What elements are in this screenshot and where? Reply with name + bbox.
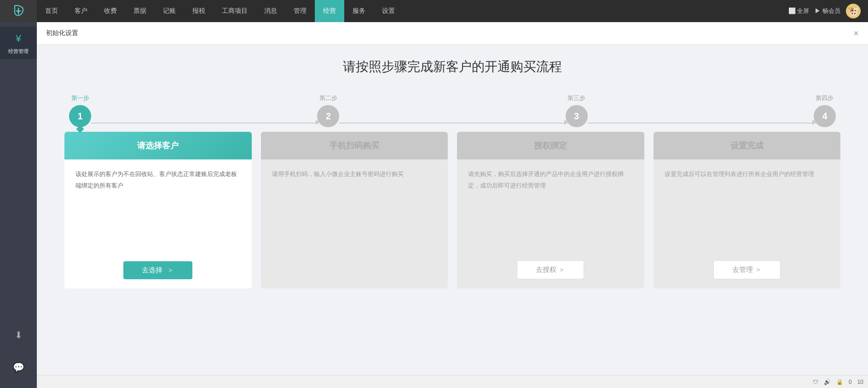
arrow-2-3: ▶ bbox=[564, 118, 569, 125]
card-3-body: 请先购买，购买后选择开通的产品中的企业用户进行授权绑定，成功后即可进行经营管理 … bbox=[457, 159, 644, 288]
sidebar-support[interactable]: 💬 bbox=[0, 351, 37, 383]
status-right: 🛡 🔊 🔒 0 10 bbox=[813, 379, 863, 385]
card-step-2: 手机扫码购买 请用手机扫码，输入小微企业主账号密码进行购买 bbox=[261, 132, 448, 288]
step-3-label: 第三步 bbox=[567, 94, 585, 102]
lock-icon: 🔒 bbox=[836, 379, 843, 385]
goto-select-button[interactable]: 去选择 ＞ bbox=[123, 261, 192, 279]
nav-customer[interactable]: 客户 bbox=[66, 0, 96, 22]
status-bar: ▶ 完成 🛡 🔊 🔒 0 10 bbox=[0, 375, 868, 388]
step-2-label: 第二步 bbox=[319, 94, 337, 102]
card-step-1: 请选择客户 该处展示的客户为不在回收站、客户状态正常建账后完成老板端绑定的所有客… bbox=[64, 132, 252, 288]
card-3-header: 授权绑定 bbox=[457, 132, 644, 159]
card-3-title: 授权绑定 bbox=[468, 140, 633, 151]
card-step-4: 设置完成 设置完成后可以在管理列表进行所有企业用户的经营管理 去管理 ＞ bbox=[654, 132, 841, 288]
card-2-text: 请用手机扫码，输入小微企业主账号密码进行购买 bbox=[272, 169, 437, 279]
avatar[interactable]: 🐮 bbox=[846, 4, 861, 18]
step-1-label: 第一步 bbox=[71, 94, 89, 102]
card-4-footer: 去管理 ＞ bbox=[665, 260, 830, 279]
close-button[interactable]: × bbox=[853, 29, 859, 38]
connector-2-3: ▶ bbox=[339, 123, 565, 123]
cards-row: 请选择客户 该处展示的客户为不在回收站、客户状态正常建账后完成老板端绑定的所有客… bbox=[55, 132, 850, 288]
nav-message[interactable]: 消息 bbox=[256, 0, 285, 22]
arrow-1-2: ▶ bbox=[316, 118, 321, 125]
counter-0: 0 bbox=[849, 379, 852, 385]
nav-home[interactable]: 首页 bbox=[37, 0, 66, 22]
step-1-circle: 1 bbox=[69, 105, 91, 127]
nav-right: ⬜ 全屏 ▶ 畅会员 🐮 bbox=[788, 4, 868, 18]
step-1-header: 第一步 1 bbox=[69, 94, 91, 132]
shield-icon: 🛡 bbox=[813, 379, 818, 385]
card-1-text: 该处展示的客户为不在回收站、客户状态正常建账后完成老板端绑定的所有客户 bbox=[75, 169, 241, 252]
connector-3-4: ▶ bbox=[588, 123, 814, 123]
fullscreen-btn[interactable]: ⬜ 全屏 bbox=[788, 7, 810, 15]
nav-business[interactable]: 工商项目 bbox=[214, 0, 256, 22]
nav-manage[interactable]: 管理 bbox=[285, 0, 315, 22]
card-2-header: 手机扫码购买 bbox=[261, 132, 448, 159]
goto-manage-button[interactable]: 去管理 ＞ bbox=[713, 260, 781, 279]
volume-icon: 🔊 bbox=[824, 379, 831, 385]
nav-items: 首页 客户 收费 票据 记账 报税 工商项目 消息 管理 经营 服务 设置 bbox=[37, 0, 403, 22]
vip-btn[interactable]: ▶ 畅会员 bbox=[815, 7, 840, 15]
sidebar-item-operation[interactable]: ¥ 经营管理 bbox=[0, 27, 37, 59]
top-navigation: 首页 客户 收费 票据 记账 报税 工商项目 消息 管理 经营 服务 设置 ⬜ … bbox=[0, 0, 868, 22]
nav-operation[interactable]: 经营 bbox=[315, 0, 344, 22]
card-4-body: 设置完成后可以在管理列表进行所有企业用户的经营管理 去管理 ＞ bbox=[654, 159, 841, 288]
card-4-text: 设置完成后可以在管理列表进行所有企业用户的经营管理 bbox=[665, 169, 830, 251]
card-1-body: 该处展示的客户为不在回收站、客户状态正常建账后完成老板端绑定的所有客户 去选择 … bbox=[64, 159, 252, 288]
logo bbox=[0, 0, 37, 22]
support-icon: 💬 bbox=[11, 360, 26, 375]
nav-tax[interactable]: 报税 bbox=[184, 0, 214, 22]
page-header: 初始化设置 × bbox=[37, 22, 868, 44]
nav-account[interactable]: 记账 bbox=[155, 0, 184, 22]
main-heading: 请按照步骤完成新客户的开通购买流程 bbox=[55, 58, 850, 76]
sidebar-download[interactable]: ⬇ bbox=[0, 319, 37, 351]
card-1-title: 请选择客户 bbox=[75, 140, 241, 151]
card-4-title: 设置完成 bbox=[665, 140, 830, 151]
arrow-3-4: ▶ bbox=[812, 118, 817, 125]
card-1-header: 请选择客户 bbox=[64, 132, 252, 159]
card-3-text: 请先购买，购买后选择开通的产品中的企业用户进行授权绑定，成功后即可进行经营管理 bbox=[468, 169, 633, 251]
card-3-footer: 去授权 ＞ bbox=[468, 260, 633, 279]
nav-settings[interactable]: 设置 bbox=[374, 0, 403, 22]
nav-bill[interactable]: 票据 bbox=[125, 0, 155, 22]
main-content: 初始化设置 × 请按照步骤完成新客户的开通购买流程 第一步 1 ▶ 第二 bbox=[37, 22, 868, 375]
card-2-title: 手机扫码购买 bbox=[272, 140, 437, 151]
nav-fee[interactable]: 收费 bbox=[96, 0, 125, 22]
nav-service[interactable]: 服务 bbox=[344, 0, 374, 22]
steps-flow: 第一步 1 ▶ 第二步 2 ▶ bbox=[55, 94, 850, 132]
card-1-footer: 去选择 ＞ bbox=[75, 261, 241, 279]
page-title: 初始化设置 bbox=[46, 29, 78, 37]
goto-auth-button[interactable]: 去授权 ＞ bbox=[517, 260, 584, 279]
card-2-body: 请用手机扫码，输入小微企业主账号密码进行购买 bbox=[261, 159, 448, 288]
sidebar: ¥ 经营管理 ⬇ 💬 bbox=[0, 22, 37, 388]
step-4-label: 第四步 bbox=[816, 94, 833, 102]
sidebar-label-operation: 经营管理 bbox=[8, 48, 29, 55]
card-4-header: 设置完成 bbox=[654, 132, 841, 159]
logo-icon bbox=[11, 4, 26, 18]
download-icon: ⬇ bbox=[11, 328, 26, 342]
card-step-3: 授权绑定 请先购买，购买后选择开通的产品中的企业用户进行授权绑定，成功后即可进行… bbox=[457, 132, 644, 288]
sidebar-bottom: ⬇ 💬 bbox=[0, 319, 37, 388]
connector-1-2: ▶ bbox=[91, 123, 317, 123]
counter-10: 10 bbox=[857, 379, 863, 385]
yen-icon: ¥ bbox=[11, 31, 26, 46]
content-area: 请按照步骤完成新客户的开通购买流程 第一步 1 ▶ 第二步 2 bbox=[37, 44, 868, 302]
